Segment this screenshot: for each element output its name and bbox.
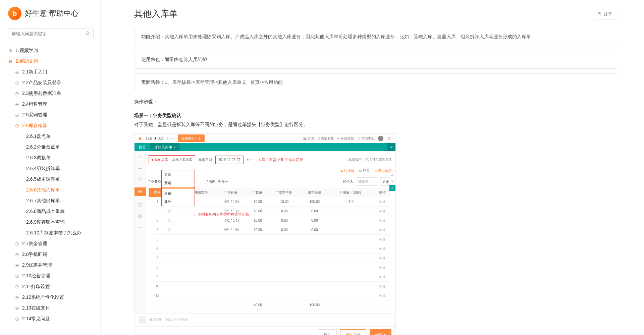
ss-th: 可用量（勿删） — [329, 188, 373, 197]
nav-2-10[interactable]: ⊕2.10经营管理 — [8, 271, 94, 281]
nav-2-7[interactable]: ⊕2.7资金管理 — [8, 238, 94, 249]
nav-video[interactable]: ⊕1.视频学习 — [8, 45, 94, 56]
nav-2-13[interactable]: ⊕2.13在线支付 — [8, 303, 94, 314]
nav-2-6-1[interactable]: 2.6.1盘点单 — [8, 131, 94, 142]
share-icon: ⇱ — [598, 11, 601, 16]
scene1-title: 场景一：业务类型确认 — [134, 111, 617, 120]
embedded-screenshot: ◉ TEST-H002 |▾ 我要购买一下 ☰ 首页 ⊙ App下载 ⊙ 在线客… — [134, 133, 396, 335]
nav-2-6-6[interactable]: 2.6.6其他入库单 — [8, 185, 94, 196]
svg-point-0 — [86, 32, 89, 34]
plus-icon: ⊕ — [15, 113, 19, 117]
search — [8, 28, 94, 39]
ss-save-button: 保存 ▾ — [370, 329, 391, 335]
ss-link-help: ⊙ 帮助中心 — [358, 135, 375, 142]
ss-logo-icon: ◉ — [139, 135, 142, 142]
intro-box: 功能介绍：其他入库单用来处理除采购入库、产成品入库之外的其他入库业务，因此其他入… — [134, 28, 617, 46]
role-box: 使用角色：通常由仓管人员维护 — [134, 51, 617, 69]
ss-table-row-empty: 7⊕ 🗑 — [149, 253, 391, 263]
ss-toolbar-settings: ⚙ 设置 — [359, 168, 370, 174]
ss-dd-opt: 盘盈 — [162, 170, 195, 179]
ss-table-row-empty: 9⊕ 🗑 — [149, 272, 391, 281]
ss-rail-wallet-icon: ◫ — [137, 202, 143, 208]
topbar: 其他入库单 ⇱ 分享 — [134, 8, 617, 20]
nav-2-12[interactable]: ⊕2.12系统个性化设置 — [8, 292, 94, 303]
nav-docs[interactable]: ⊖2.帮助文档 — [8, 56, 94, 67]
nav-2-11[interactable]: ⊕2.11打印设置 — [8, 281, 94, 292]
ss-table-row-empty: 8⊕ 🗑 — [149, 263, 391, 272]
ss-table-row-empty: 10⊕ 🗑 — [149, 281, 391, 291]
nav-2-6-9[interactable]: 2.6.9库存账本查询 — [8, 217, 94, 228]
svg-line-1 — [89, 34, 90, 35]
minus-icon: ⊖ — [15, 123, 19, 128]
ss-th: * 库存量 — [216, 188, 248, 197]
ss-radio-return: 其他入库退库 — [172, 157, 192, 163]
search-icon[interactable] — [86, 31, 90, 37]
path-box: 页面路径：1、库存核算->库存管理->其他入库单 2、首页->常用功能 — [134, 73, 617, 92]
nav-2-6-7[interactable]: 2.6.7其他出库单 — [8, 196, 94, 206]
ss-op-label: 经手人 — [343, 178, 353, 185]
ss-rail: ⌂ ▭ ◳ ⟳ ◫ ▥ ⋯ — [135, 151, 146, 313]
ss-avatar-icon — [378, 136, 383, 141]
ss-tool-icon: ⇵ — [389, 171, 396, 178]
ss-link-support: ⊙ 在线客服 — [337, 135, 354, 142]
sidebar: b 好生意 帮助中心 ⊕1.视频学习 ⊖2.帮助文档 ⊕2.1新手入门 ⊕2.2… — [0, 0, 101, 335]
ss-dd-opt: 分销 — [162, 189, 195, 198]
ss-close-icon: × — [387, 143, 395, 151]
nav-2-9[interactable]: ⊕2.9优惠券管理 — [8, 260, 94, 271]
ss-discard-button: 放弃 — [318, 329, 337, 335]
plus-icon: ⊕ — [15, 252, 19, 257]
ss-th: 成本金额 — [301, 188, 329, 197]
ss-rail-active-icon: ⟳ — [135, 187, 146, 196]
plus-icon: ⊕ — [8, 48, 13, 53]
ss-total-qty: 40.00 — [247, 300, 268, 310]
nav-2-5[interactable]: ⊕2.5采购管理 — [8, 110, 94, 120]
brand-title: 好生意 帮助中心 — [25, 8, 78, 18]
ss-arrow-icon: ⟵ — [247, 155, 255, 165]
search-input[interactable] — [8, 28, 94, 39]
ss-remark-input: 请输入补充信息 — [165, 317, 391, 323]
ss-actions: 放弃 保存草稿 保存 ▾ — [135, 326, 395, 335]
nav-2-6[interactable]: ⊖2.6库存核算 — [8, 120, 94, 131]
ss-annotation-2: ↘ 不同业务的入库类型在这里切换 — [193, 211, 249, 218]
brand: b 好生意 帮助中心 — [8, 7, 94, 20]
ss-rail-chart-icon: ▥ — [137, 213, 143, 219]
ss-trial-button: 我要购买一下 — [178, 134, 205, 142]
nav-2-2[interactable]: ⊕2.2产品安装及登录 — [8, 77, 94, 88]
plus-icon: ⊕ — [15, 80, 19, 85]
nav-tree: ⊕1.视频学习 ⊖2.帮助文档 ⊕2.1新手入门 ⊕2.2产品安装及登录 ⊕2.… — [8, 45, 94, 324]
ss-table-row: 4商…个/1 * 1个/10.000.000.00⊕ 🗑 — [149, 225, 391, 234]
intro-text: 其他入库单用来处理除采购入库、产成品入库之外的其他入库业务，因此其他入库单可处理… — [165, 34, 531, 39]
path-text: 1、库存核算->库存管理->其他入库单 2、首页->常用功能 — [165, 79, 283, 85]
role-text: 通常由仓管人员维护 — [165, 57, 207, 62]
nav-2-14[interactable]: ⊕2.14常见问题 — [8, 314, 94, 324]
ss-table-row-empty: 5⊕ 🗑 — [149, 234, 391, 244]
nav-2-3[interactable]: ⊕2.3使用前数据准备 — [8, 88, 94, 99]
ss-table-row-empty: 11⊕ 🗑 — [149, 291, 391, 300]
plus-icon: ⊕ — [15, 241, 19, 246]
nav-2-4[interactable]: ⊕2.4销售管理 — [8, 99, 94, 110]
ss-table-row: 2商…个/1 * 1个/10.000.000.00⊕ 🗑 — [149, 206, 391, 216]
ss-dd-opt: 受赠 — [162, 179, 195, 187]
ss-date: 2019-12-26 📅 — [215, 156, 244, 164]
nav-2-6-10[interactable]: 2.6.10库存账本错了怎么办 — [8, 228, 94, 238]
ss-table-row-empty: 6⊕ 🗑 — [149, 244, 391, 253]
nav-2-6-8[interactable]: 2.6.8商品成本重算 — [8, 206, 94, 217]
nav-2-6-4[interactable]: 2.6.4组装拆卸单 — [8, 163, 94, 174]
ss-biz-dropdown: 盘盈 受赠 分销 其他 — [161, 170, 195, 206]
intro-label: 功能介绍： — [141, 34, 165, 39]
nav-2-1[interactable]: ⊕2.1新手入门 — [8, 67, 94, 77]
nav-2-6-2[interactable]: 2.6.2分量盘点单 — [8, 142, 94, 153]
nav-2-8[interactable]: ⊕2.8手机旺铺 — [8, 249, 94, 260]
plus-icon: ⊕ — [15, 284, 19, 289]
steps-section: 操作步骤： 场景一：业务类型确认 对于受赠、盘盈或是拆装入库等不同的业务，是通过… — [134, 97, 617, 335]
ss-rail-home-icon: ⌂ — [137, 153, 143, 159]
plus-icon: ⊕ — [15, 70, 19, 74]
ss-radio-in: ● 其他入库 — [152, 157, 168, 163]
ss-th: * 成本单价 — [268, 188, 300, 197]
ss-remark-row: 备注信息 请输入补充信息 — [135, 313, 395, 326]
share-button[interactable]: ⇱ 分享 — [593, 9, 617, 19]
nav-2-6-5[interactable]: 2.6.5成本调整单 — [8, 174, 94, 185]
plus-icon: ⊕ — [15, 306, 19, 311]
ss-wh-label: * 仓库 — [207, 178, 216, 185]
nav-2-6-3[interactable]: 2.6.3调拨单 — [8, 153, 94, 163]
